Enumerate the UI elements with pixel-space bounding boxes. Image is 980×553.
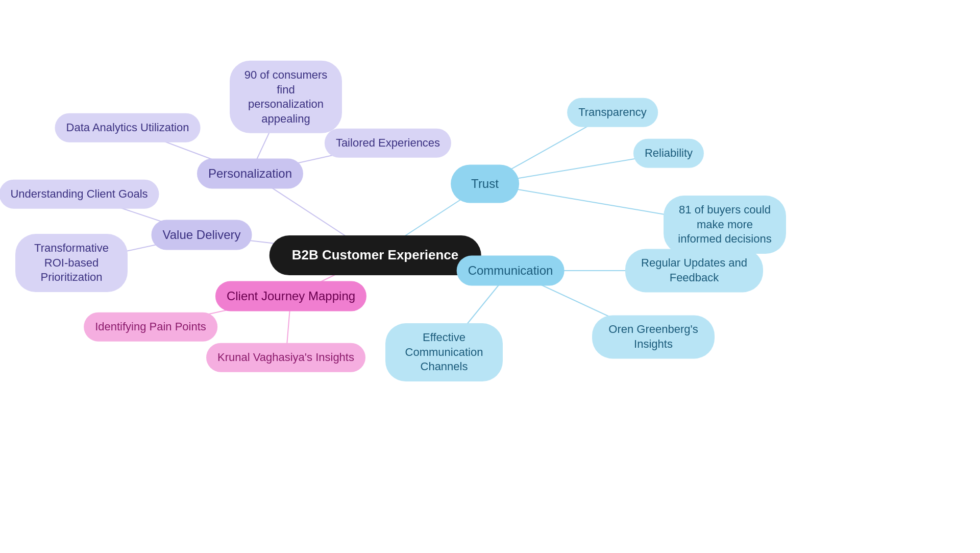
- tailored-experiences-node: Tailored Experiences: [325, 129, 451, 158]
- communication-label: Communication: [468, 262, 553, 278]
- tailored-label: Tailored Experiences: [336, 136, 440, 151]
- effective-channels-node: Effective Communication Channels: [385, 323, 503, 381]
- effective-channels-label: Effective Communication Channels: [397, 330, 492, 374]
- pain-points-node: Identifying Pain Points: [84, 312, 217, 342]
- communication-node: Communication: [457, 255, 565, 285]
- pain-points-label: Identifying Pain Points: [95, 320, 206, 334]
- reliability-node: Reliability: [633, 139, 704, 168]
- client-journey-label: Client Journey Mapping: [227, 288, 355, 304]
- personalization-label: Personalization: [208, 165, 292, 181]
- trust-node: Trust: [451, 164, 519, 203]
- center-node: B2B Customer Experience: [270, 235, 481, 275]
- regular-updates-label: Regular Updates and Feedback: [636, 256, 752, 285]
- consumers-stat-label: 90 of consumers find personalization app…: [241, 68, 331, 126]
- data-analytics-node: Data Analytics Utilization: [55, 113, 201, 142]
- transparency-node: Transparency: [567, 98, 658, 127]
- understanding-label: Understanding Client Goals: [10, 187, 148, 202]
- client-journey-node: Client Journey Mapping: [215, 281, 366, 311]
- buyers-stat-node: 81 of buyers could make more informed de…: [664, 196, 786, 254]
- mind-map: B2B Customer Experience Personalization …: [0, 0, 980, 553]
- oren-label: Oren Greenberg's Insights: [603, 322, 703, 351]
- trust-label: Trust: [471, 176, 499, 191]
- regular-updates-node: Regular Updates and Feedback: [625, 249, 763, 292]
- value-delivery-node: Value Delivery: [152, 220, 252, 250]
- transparency-label: Transparency: [578, 105, 647, 120]
- consumers-stat-node: 90 of consumers find personalization app…: [230, 61, 342, 133]
- krunal-insights-node: Krunal Vaghasiya's Insights: [206, 343, 365, 372]
- krunal-label: Krunal Vaghasiya's Insights: [217, 350, 354, 365]
- transformative-label: Transformative ROI-based Prioritization: [27, 241, 116, 285]
- understanding-node: Understanding Client Goals: [0, 180, 159, 209]
- oren-insights-node: Oren Greenberg's Insights: [592, 315, 715, 358]
- value-delivery-label: Value Delivery: [163, 227, 241, 243]
- personalization-node: Personalization: [197, 158, 303, 188]
- data-analytics-label: Data Analytics Utilization: [66, 121, 189, 135]
- transformative-node: Transformative ROI-based Prioritization: [15, 234, 128, 292]
- buyers-stat-label: 81 of buyers could make more informed de…: [675, 203, 775, 247]
- reliability-label: Reliability: [645, 146, 693, 161]
- center-label: B2B Customer Experience: [292, 247, 459, 264]
